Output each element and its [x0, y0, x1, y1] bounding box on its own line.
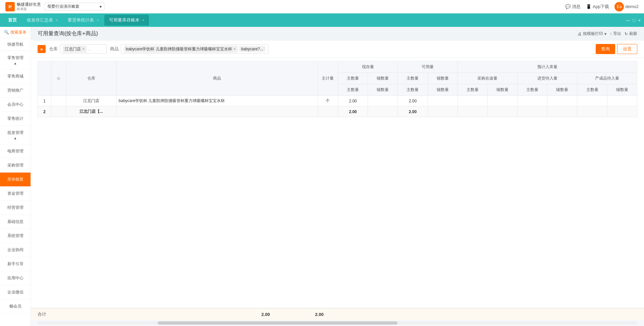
th-product-pending: 产成品待入量 — [577, 73, 637, 84]
product-filter-input[interactable]: babycare学饮杯 儿童防摔防撞吸管杯重力球吸嘴杯宝宝水杯 × babyca… — [121, 44, 268, 54]
export-icon: ↑ — [610, 32, 612, 36]
export-btn[interactable]: ↑ 导出 — [610, 31, 621, 37]
th-pur-aux: 辅数量 — [487, 84, 517, 96]
page-title: 可用量查询(按仓库+商品) — [38, 30, 98, 37]
cell-product: babycare学饮杯 儿童防摔防撞吸管杯重力球吸嘴杯宝宝水杯 — [116, 96, 318, 106]
close-tab-available-stock[interactable]: × — [142, 18, 144, 22]
print-template-btn[interactable]: 🖨 按模板打印 ▾ — [578, 31, 606, 37]
th-product: 商品 — [116, 61, 318, 96]
product-tag-2: babycare?... — [239, 46, 265, 52]
maximize-icon[interactable]: □ — [633, 18, 636, 23]
remove-product-tag-1[interactable]: × — [233, 47, 236, 51]
close-tab-order-stats[interactable]: × — [97, 18, 99, 22]
sidebar-item-retail-stats[interactable]: 零售统计 — [0, 112, 31, 126]
th-available-main: 主数量 — [398, 73, 428, 84]
sidebar-item-sys-mgmt[interactable]: 系统管理 — [0, 229, 31, 243]
tab-order-stats[interactable]: 要货单统计表 × — [63, 15, 103, 26]
cell-gear — [51, 96, 66, 106]
remove-warehouse-tag[interactable]: × — [82, 47, 85, 51]
horizontal-scrollbar[interactable] — [38, 321, 637, 325]
sidebar-item-retail-mgmt[interactable]: 零售管理 ▲ — [0, 51, 31, 69]
product-filter-label: 商品 — [110, 46, 119, 52]
logo-text: 畅捷通好生意 标准版 — [17, 2, 41, 11]
cell-product — [116, 106, 318, 117]
table-wrapper: ⚙ 仓库 商品 主计量 现存量 可用量 预计入库量 主数量 辅数量 主数量 辅数… — [31, 58, 644, 308]
th-available-aux: 辅数量 — [428, 73, 458, 84]
close-tab-receipts[interactable]: × — [56, 18, 58, 22]
sidebar-item-wholesale-mgmt[interactable]: 批发管理 ▲ — [0, 126, 31, 144]
cell-current-aux — [368, 106, 398, 117]
avatar: Ea — [614, 2, 624, 11]
cell-available-aux — [428, 96, 458, 106]
sidebar-item-new-guide[interactable]: 新手引导 — [0, 257, 31, 271]
cell-unit: 个 — [318, 96, 338, 106]
sidebar-item-ops-mgmt[interactable]: 经营管理 — [0, 201, 31, 215]
minimize-icon[interactable]: — — [626, 18, 630, 23]
th-warehouse: 仓库 — [66, 61, 116, 96]
warehouse-filter-group: 仓库 江北门店 × ... — [49, 44, 107, 54]
app-download-button[interactable]: 📱 App下载 — [586, 4, 609, 10]
sidebar-item-enterprise-collab[interactable]: 企业协同 — [0, 243, 31, 257]
cell-pur-transit-aux — [487, 106, 517, 117]
footer-available-main: 2.00 — [306, 312, 333, 317]
th-pur-main: 主数量 — [458, 84, 487, 96]
settings-button[interactable]: 设置 — [617, 44, 637, 54]
sidebar-item-member-center[interactable]: 会员中心 — [0, 98, 31, 112]
th-pro-main: 主数量 — [577, 84, 607, 96]
th-cur-aux-qty: 辅数量 — [368, 84, 398, 96]
sidebar-item-basic-info[interactable]: 基础信息 — [0, 215, 31, 229]
sidebar-item-enterprise-wechat[interactable]: 企业微信 — [0, 285, 31, 299]
cell-product-aux — [607, 106, 637, 117]
sidebar-item-ecommerce[interactable]: 电商管理 — [0, 144, 31, 158]
cell-current-main: 2.00 — [338, 96, 368, 106]
sidebar-quick-nav[interactable]: 快捷导航 — [0, 38, 31, 51]
th-goo-aux: 辅数量 — [547, 84, 577, 96]
cell-unit — [318, 106, 338, 117]
tab-home[interactable]: 首页 — [3, 15, 21, 26]
warehouse-more-btn[interactable]: ... — [88, 47, 91, 51]
table-row: 1 江北门店 babycare学饮杯 儿童防摔防撞吸管杯重力球吸嘴杯宝宝水杯 个… — [38, 96, 637, 106]
th-goods-pending: 进货待入量 — [518, 73, 577, 84]
sidebar-item-purchase-mgmt[interactable]: 采购管理 — [0, 158, 31, 173]
cell-available-main: 2.00 — [398, 96, 428, 106]
footer-current-aux — [279, 312, 306, 317]
top-bar-right: 💬 消息 📱 App下载 Ea demo2 — [565, 2, 639, 11]
content-area: 可用量查询(按仓库+商品) 🖨 按模板打印 ▾ ↑ 导出 ↻ 刷新 — [31, 27, 644, 326]
sidebar-item-retail-mall[interactable]: 零售商城 — [0, 69, 31, 84]
th-cur-main-qty: 主数量 — [338, 84, 368, 96]
company-selector[interactable]: 母婴行业演示账套 ▾ — [44, 3, 105, 10]
sidebar-item-app-center[interactable]: 应用中心 — [0, 271, 31, 285]
sidebar-item-marketing[interactable]: 营销推广 — [0, 84, 31, 98]
data-table: ⚙ 仓库 商品 主计量 现存量 可用量 预计入库量 主数量 辅数量 主数量 辅数… — [38, 61, 637, 117]
product-tag-1: babycare学饮杯 儿童防摔防撞吸管杯重力球吸嘴杯宝宝水杯 × — [124, 46, 238, 53]
th-avail-main-qty: 主数量 — [398, 84, 428, 96]
footer-label: 合计 — [38, 311, 78, 317]
tab-receipts[interactable]: 收发存汇总表 × — [22, 15, 62, 26]
sidebar-search[interactable]: 🔍 搜索菜单 — [0, 27, 31, 38]
cell-pur-transit-main — [458, 96, 487, 106]
warehouse-filter-input[interactable]: 江北门店 × ... — [60, 44, 107, 54]
sidebar: 🔍 搜索菜单 快捷导航 零售管理 ▲ 零售商城 营销推广 会员中心 零售统计 批… — [0, 27, 31, 326]
cell-warehouse: 江北门店 — [66, 96, 116, 106]
cell-available-aux — [428, 106, 458, 117]
scrollbar-thumb[interactable] — [158, 321, 397, 325]
th-current-aux: 辅数量 — [368, 73, 398, 84]
sidebar-item-finance[interactable]: 资金管理 — [0, 187, 31, 201]
cell-product-main — [577, 106, 607, 117]
user-profile[interactable]: Ea demo2 — [614, 2, 639, 11]
close-window-icon[interactable]: × — [638, 18, 641, 23]
th-pro-aux: 辅数量 — [607, 84, 637, 96]
tab-available-stock[interactable]: 可用量库存账本 × — [104, 15, 149, 26]
footer-current-main: 2.00 — [252, 312, 279, 317]
th-current-stock: 现存量 — [338, 61, 397, 73]
message-button[interactable]: 💬 消息 — [565, 4, 581, 10]
th-current-main: 主数量 — [338, 73, 368, 84]
th-purchase-transit: 采购在途量 — [458, 73, 517, 84]
sidebar-item-member[interactable]: 畅会员 — [0, 299, 31, 314]
query-button[interactable]: 查询 — [596, 44, 615, 54]
sidebar-item-inventory-check[interactable]: 库存核算 — [0, 173, 31, 187]
download-icon: 📱 — [586, 4, 591, 9]
th-gear[interactable]: ⚙ — [51, 61, 66, 96]
filter-toggle-btn[interactable]: » — [38, 45, 46, 53]
refresh-btn[interactable]: ↻ 刷新 — [625, 31, 637, 37]
